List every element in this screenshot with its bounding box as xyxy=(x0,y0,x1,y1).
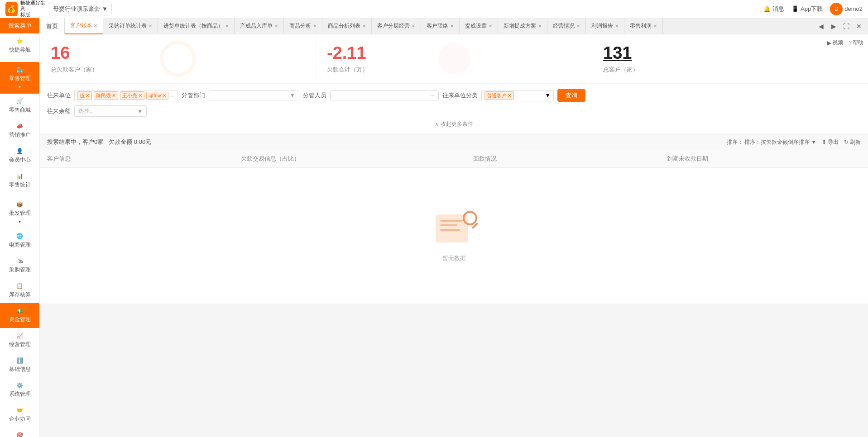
tab-close-icon-9[interactable]: ✕ xyxy=(489,24,492,28)
refresh-btn[interactable]: ↻ 刷新 xyxy=(844,138,861,146)
tab-retail-profit[interactable]: 零售利润 ✕ xyxy=(624,18,663,34)
sidebar-item-enterprise[interactable]: 🤝 企业协同 xyxy=(0,403,39,428)
system-selector[interactable]: 母婴行业演示账套 ▼ xyxy=(49,3,112,15)
tab-goods-analysis[interactable]: 商品分析 ✕ xyxy=(284,18,322,34)
tab-close-all[interactable]: ✕ xyxy=(854,21,864,32)
video-link[interactable]: ▶ 视频 xyxy=(827,39,843,47)
query-button[interactable]: 查询 xyxy=(557,89,585,102)
tab-customer-contact[interactable]: 客户联络 ✕ xyxy=(421,18,460,34)
filter-person-select[interactable]: ··· xyxy=(330,90,439,100)
tab-close-icon-5[interactable]: ✕ xyxy=(313,24,317,28)
sidebar-item-member[interactable]: 👤 会员中心 xyxy=(0,143,39,168)
tab-purchase-stats[interactable]: 进货单统计表（按商品） ✕ xyxy=(158,18,235,34)
sidebar-item-operations[interactable]: 📈 经营管理 xyxy=(0,328,39,353)
tab-close-icon-6[interactable]: ✕ xyxy=(362,24,366,28)
tab-close-icon-8[interactable]: ✕ xyxy=(450,24,454,28)
app-download-link[interactable]: 📱 App下载 xyxy=(791,5,823,13)
filter-label-balance: 往来余额 xyxy=(47,107,71,115)
sidebar-search[interactable]: 搜索菜单 xyxy=(0,18,39,33)
stat-label-total: 总客户（家） xyxy=(603,66,638,74)
messages-link[interactable]: 🔔 消息 xyxy=(763,5,784,13)
stat-card-customers: 16 总欠款客户（家） xyxy=(40,34,316,83)
user-area[interactable]: D demo2 xyxy=(830,3,863,15)
tab-scroll-right[interactable]: ▶ xyxy=(828,21,839,32)
sidebar-item-system[interactable]: ⚙️ 系统管理 xyxy=(0,378,39,403)
tab-add-commission[interactable]: 新增提成方案 ✕ xyxy=(498,18,547,34)
tab-close-icon-11[interactable]: ✕ xyxy=(576,24,580,28)
table-header: 客户信息 欠款交易信息（占比） 回款情况 到期未收款日期 xyxy=(40,150,868,168)
content-area: 首页 客户账本 ✕ 采购订单统计表 ✕ 进货单统计表（按商品） ✕ 产成品入库单… xyxy=(40,18,868,437)
sidebar-item-inventory[interactable]: 📋 库存核算 xyxy=(0,278,39,303)
chevron-down-icon: ▾ xyxy=(19,84,21,89)
stat-label-customers: 总欠款客户（家） xyxy=(51,66,98,74)
sidebar-item-retail-mgmt[interactable]: 🏪 零售管理 ▾ xyxy=(0,62,39,94)
export-btn[interactable]: ⬆ 导出 xyxy=(822,138,839,146)
person-select-arrow: ··· xyxy=(430,92,435,99)
remove-icon-4[interactable]: ✕ xyxy=(162,93,166,99)
remove-icon-3[interactable]: ✕ xyxy=(138,93,142,99)
wholesale-icon: 📦 xyxy=(16,201,23,208)
logo-text: 畅捷通好生意 标版 xyxy=(20,0,45,18)
filter-more-btn[interactable]: ... xyxy=(170,92,175,99)
filter-balance-select[interactable]: 选择... ▼ xyxy=(74,105,147,117)
sidebar-item-marketing[interactable]: 📣 营销推广 xyxy=(0,119,39,143)
export-icon: ⬆ xyxy=(822,139,826,145)
tab-close-icon-10[interactable]: ✕ xyxy=(538,24,542,28)
sidebar-item-finance[interactable]: 💵 资金管理 xyxy=(0,303,39,328)
avatar: D xyxy=(830,3,843,15)
sidebar-item-ecommerce[interactable]: 🌐 电商管理 xyxy=(0,228,39,253)
tab-bar: 首页 客户账本 ✕ 采购订单统计表 ✕ 进货单统计表（按商品） ✕ 产成品入库单… xyxy=(40,18,868,34)
scroll-line-2 xyxy=(440,224,457,226)
tab-close-icon-13[interactable]: ✕ xyxy=(653,24,657,28)
scroll-line-1 xyxy=(440,220,463,222)
filter-class-input[interactable]: 普通客户 ✕ ▼ xyxy=(481,90,554,101)
tab-close-icon-4[interactable]: ✕ xyxy=(274,24,278,28)
tab-close-icon[interactable]: ✕ xyxy=(94,23,97,28)
tab-goods-analysis-list[interactable]: 商品分析列表 ✕ xyxy=(322,18,372,34)
filter-area: 往来单位 伍 ✕ 陈民强 ✕ 王小亮 ✕ cjttcw ✕ xyxy=(40,84,868,133)
tab-close-icon-7[interactable]: ✕ xyxy=(412,24,415,28)
logo-area: 💰 畅捷通好生意 标版 xyxy=(5,0,45,18)
tab-close-icon-12[interactable]: ✕ xyxy=(615,24,619,28)
filter-row-1: 往来单位 伍 ✕ 陈民强 ✕ 王小亮 ✕ cjttcw ✕ xyxy=(47,89,861,102)
sidebar-item-purchase[interactable]: 🛍 采购管理 xyxy=(0,253,39,278)
tab-profit-report[interactable]: 利润报告 ✕ xyxy=(586,18,624,34)
empty-illustration xyxy=(429,209,479,250)
tab-purchase-order[interactable]: 采购订单统计表 ✕ xyxy=(103,18,158,34)
main-layout: 搜索菜单 ⭐ 快捷导航 🏪 零售管理 ▾ 🛒 零售商城 📣 营销推广 👤 会员中… xyxy=(0,18,868,437)
remove-icon-2[interactable]: ✕ xyxy=(112,93,116,99)
tab-scroll-left[interactable]: ◀ xyxy=(815,21,826,32)
chart-icon: 📊 xyxy=(16,173,23,179)
tab-operations[interactable]: 经营情况 ✕ xyxy=(547,18,586,34)
filter-unit-input[interactable]: 伍 ✕ 陈民强 ✕ 王小亮 ✕ cjttcw ✕ ... xyxy=(74,90,178,101)
result-text-2: 欠款金额 0.00元 xyxy=(109,138,151,146)
tab-customer-tier[interactable]: 客户分层经营 ✕ xyxy=(372,18,421,34)
tab-commission-settings[interactable]: 提成设置 ✕ xyxy=(460,18,498,34)
stat-bg-circle xyxy=(160,41,196,77)
tab-home[interactable]: 首页 xyxy=(40,18,65,34)
sidebar-item-retail-stats[interactable]: 📊 零售统计 xyxy=(0,168,39,193)
class-tag-normal: 普通客户 ✕ xyxy=(484,91,514,100)
logo-icon: 💰 xyxy=(5,2,18,16)
sidebar-item-base-info[interactable]: ℹ️ 基础信息 xyxy=(0,353,39,378)
sidebar-item-retail-mall[interactable]: 🛒 零售商城 xyxy=(0,94,39,119)
top-bar: 💰 畅捷通好生意 标版 母婴行业演示账套 ▼ 🔔 消息 📱 App下载 D de… xyxy=(0,0,868,18)
table-body: 暂无数据 xyxy=(40,168,868,304)
sort-select[interactable]: 排序： 排序：按欠款金额倒序排序 ▼ xyxy=(727,138,816,146)
collapse-btn[interactable]: ∧ 收起更多条件 xyxy=(435,120,473,128)
filter-dept-select[interactable]: ▼ xyxy=(209,90,299,100)
sidebar-item-quick-nav[interactable]: ⭐ 快捷导航 xyxy=(0,33,39,58)
tab-close-icon-2[interactable]: ✕ xyxy=(149,24,152,28)
sidebar-item-wholesale[interactable]: 📦 批发管理 ▾ xyxy=(0,197,39,228)
remove-class-icon[interactable]: ✕ xyxy=(508,93,512,99)
tab-fullscreen[interactable]: ⛶ xyxy=(841,21,852,32)
remove-icon[interactable]: ✕ xyxy=(86,93,90,99)
tab-customer-ledger[interactable]: 客户账本 ✕ xyxy=(65,18,103,34)
stats-row: 16 总欠款客户（家） -2.11 欠款合计（万） ▶ 视频 xyxy=(40,34,868,83)
bell-icon: 🔔 xyxy=(763,5,771,12)
help-link[interactable]: ? 帮助 xyxy=(849,39,863,47)
sidebar-item-guide[interactable]: 🎯 新手引导 xyxy=(0,428,39,437)
refresh-icon: ↻ xyxy=(844,139,849,145)
tab-product-in[interactable]: 产成品入库单 ✕ xyxy=(235,18,284,34)
tab-close-icon-3[interactable]: ✕ xyxy=(225,24,229,28)
